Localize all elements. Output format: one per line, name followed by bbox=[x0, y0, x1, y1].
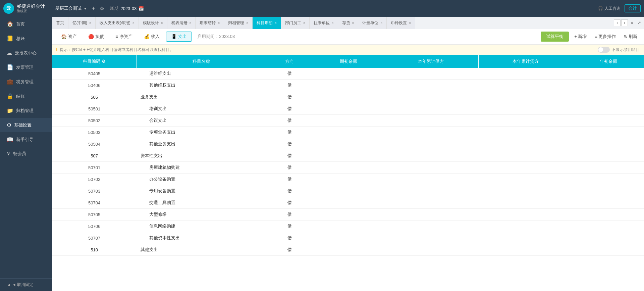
table-row[interactable]: 505 业务支出 借 bbox=[52, 91, 644, 103]
cell-balance[interactable] bbox=[313, 197, 384, 209]
table-row[interactable]: 50701 房屋建筑物购建 借 bbox=[52, 162, 644, 174]
sidebar-collapse[interactable]: ◄ ◄ 取消固定 bbox=[0, 278, 52, 291]
tab-close-icon[interactable]: × bbox=[275, 21, 277, 25]
tab-period-close[interactable]: 期末结转 × bbox=[196, 17, 224, 29]
sidebar-item-reports[interactable]: ☁ 云报表中心 bbox=[0, 46, 52, 60]
sidebar-item-home[interactable]: 🏠 首页 bbox=[0, 17, 52, 31]
cell-balance[interactable] bbox=[313, 150, 384, 162]
table-row[interactable]: 510 其他支出 借 bbox=[52, 244, 644, 256]
cell-balance[interactable] bbox=[313, 174, 384, 185]
project-selector[interactable]: 基层工会测试 ▼ + ⚙ bbox=[55, 5, 104, 12]
cell-credit[interactable] bbox=[478, 91, 573, 103]
table-row[interactable]: 50503 专项业务支出 借 bbox=[52, 127, 644, 138]
cell-balance[interactable] bbox=[313, 221, 384, 232]
cell-credit[interactable] bbox=[478, 221, 573, 232]
cell-credit[interactable] bbox=[478, 232, 573, 244]
refresh-button[interactable]: ↻ 刷新 bbox=[621, 32, 640, 41]
tab-currency[interactable]: 币种设置 × bbox=[387, 17, 415, 29]
cell-year-balance[interactable] bbox=[573, 185, 644, 197]
cell-balance[interactable] bbox=[313, 244, 384, 256]
cell-credit[interactable] bbox=[478, 244, 573, 256]
more-ops-button[interactable]: ≡ 更多操作 bbox=[592, 32, 619, 41]
cell-credit[interactable] bbox=[478, 209, 573, 221]
table-row[interactable]: 50703 专用设备购置 借 bbox=[52, 185, 644, 197]
cell-credit[interactable] bbox=[478, 150, 573, 162]
cell-balance[interactable] bbox=[313, 115, 384, 127]
cell-credit[interactable] bbox=[478, 80, 573, 91]
cell-year-balance[interactable] bbox=[573, 91, 644, 103]
cell-debit[interactable] bbox=[384, 162, 478, 174]
settings-icon[interactable]: ⚙ bbox=[100, 5, 104, 12]
cell-balance[interactable] bbox=[313, 162, 384, 174]
cell-year-balance[interactable] bbox=[573, 103, 644, 115]
tab-subject-init[interactable]: 科目期初 × bbox=[253, 17, 281, 29]
tab-home[interactable]: 首页 bbox=[52, 17, 68, 29]
cell-balance[interactable] bbox=[313, 103, 384, 115]
table-row[interactable]: 50704 交通工具购置 借 bbox=[52, 197, 644, 209]
sub-tab-liabilities[interactable]: 🔴 负债 bbox=[83, 32, 109, 42]
cell-credit[interactable] bbox=[478, 115, 573, 127]
cell-debit[interactable] bbox=[384, 68, 478, 80]
table-row[interactable]: 50501 培训支出 借 bbox=[52, 103, 644, 115]
cell-year-balance[interactable] bbox=[573, 138, 644, 150]
sidebar-item-close[interactable]: 🔒 结账 bbox=[0, 89, 52, 103]
cell-year-balance[interactable] bbox=[573, 221, 644, 232]
cell-year-balance[interactable] bbox=[573, 80, 644, 91]
tab-close-icon[interactable]: × bbox=[132, 21, 135, 25]
calendar-icon[interactable]: 📅 bbox=[139, 6, 144, 11]
col-code[interactable]: 科目编码 ⚙ bbox=[52, 55, 137, 68]
cell-year-balance[interactable] bbox=[573, 244, 644, 256]
cell-debit[interactable] bbox=[384, 138, 478, 150]
tab-template[interactable]: 模版设计 × bbox=[139, 17, 167, 29]
tab-tax[interactable]: 税表清册 × bbox=[167, 17, 196, 29]
cell-balance[interactable] bbox=[313, 68, 384, 80]
sidebar-item-tax[interactable]: 💼 税务管理 bbox=[0, 75, 52, 89]
table-row[interactable]: 50504 其他业务支出 借 bbox=[52, 138, 644, 150]
cell-credit[interactable] bbox=[478, 197, 573, 209]
tab-interim[interactable]: 亿(中期) × bbox=[68, 17, 96, 29]
cell-balance[interactable] bbox=[313, 80, 384, 91]
table-row[interactable]: 50705 大型修缮 借 bbox=[52, 209, 644, 221]
toggle-disabled-subjects[interactable] bbox=[598, 47, 610, 53]
cell-year-balance[interactable] bbox=[573, 197, 644, 209]
sub-tab-income[interactable]: 💰 收入 bbox=[139, 32, 165, 42]
cell-debit[interactable] bbox=[384, 185, 478, 197]
cell-balance[interactable] bbox=[313, 127, 384, 138]
calc-balance-button[interactable]: 试算平衡 bbox=[541, 32, 569, 42]
cell-balance[interactable] bbox=[313, 91, 384, 103]
tab-close-icon[interactable]: × bbox=[246, 21, 248, 25]
cell-credit[interactable] bbox=[478, 138, 573, 150]
tab-close-icon[interactable]: × bbox=[352, 21, 354, 25]
cell-credit[interactable] bbox=[478, 127, 573, 138]
cell-debit[interactable] bbox=[384, 232, 478, 244]
cell-balance[interactable] bbox=[313, 232, 384, 244]
tab-close-icon[interactable]: × bbox=[190, 21, 192, 25]
sidebar-item-invoice[interactable]: 📄 发票管理 bbox=[0, 60, 52, 75]
table-row[interactable]: 50406 其他维权支出 借 bbox=[52, 80, 644, 91]
cell-year-balance[interactable] bbox=[573, 150, 644, 162]
tab-unit[interactable]: 计量单位 × bbox=[358, 17, 387, 29]
cell-debit[interactable] bbox=[384, 127, 478, 138]
sidebar-item-member[interactable]: V 畅会员 bbox=[0, 147, 52, 161]
sub-tab-net-assets[interactable]: ≡ 净资产 bbox=[110, 32, 138, 42]
table-row[interactable]: 50502 会议支出 借 bbox=[52, 115, 644, 127]
tab-prev-button[interactable]: ‹ bbox=[614, 19, 621, 26]
cell-year-balance[interactable] bbox=[573, 174, 644, 185]
tab-close-icon[interactable]: × bbox=[409, 21, 411, 25]
tab-inventory[interactable]: 存货 × bbox=[338, 17, 359, 29]
cell-debit[interactable] bbox=[384, 244, 478, 256]
cell-year-balance[interactable] bbox=[573, 115, 644, 127]
cell-debit[interactable] bbox=[384, 221, 478, 232]
tab-close-icon[interactable]: × bbox=[303, 21, 305, 25]
add-project-button[interactable]: + bbox=[92, 5, 95, 12]
service-button[interactable]: 🎧 人工咨询 bbox=[598, 6, 621, 11]
cell-debit[interactable] bbox=[384, 197, 478, 209]
cell-credit[interactable] bbox=[478, 185, 573, 197]
cell-balance[interactable] bbox=[313, 138, 384, 150]
add-button[interactable]: + 新增 bbox=[572, 32, 589, 41]
table-row[interactable]: 507 资本性支出 借 bbox=[52, 150, 644, 162]
tab-close-all-button[interactable]: × bbox=[629, 19, 635, 26]
cell-debit[interactable] bbox=[384, 103, 478, 115]
cell-credit[interactable] bbox=[478, 68, 573, 80]
account-badge[interactable]: 会计 bbox=[625, 4, 641, 12]
